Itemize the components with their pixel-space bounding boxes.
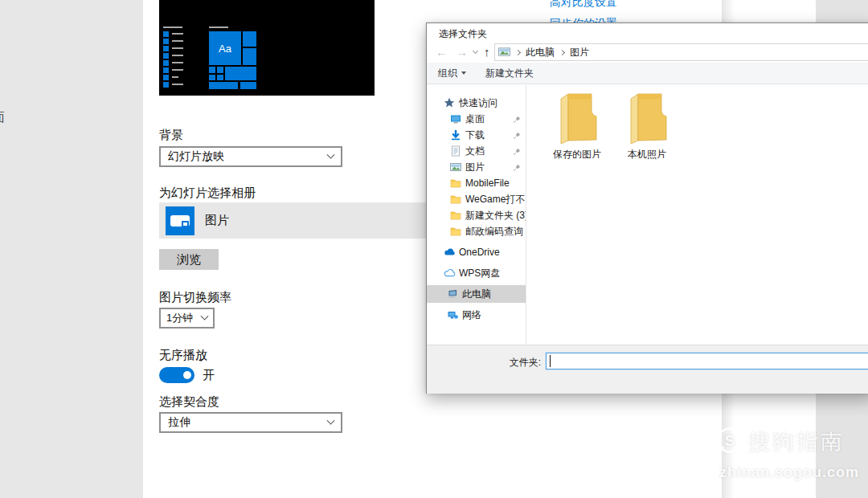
up-icon[interactable]: ↑	[484, 46, 490, 58]
album-section-label: 为幻灯片选择相册	[159, 186, 256, 201]
tree-item-postal-code[interactable]: 邮政编码查询，邮编	[427, 223, 526, 239]
text-caret	[550, 355, 551, 367]
background-dropdown-value: 幻灯片放映	[168, 149, 224, 164]
tree-item-mobilefile[interactable]: MobileFile	[427, 175, 526, 191]
tree-item-pictures[interactable]: 图片	[427, 159, 526, 175]
forward-icon[interactable]: →	[456, 46, 468, 58]
screen: 面 高对比度设置 同步你的设置 Aa 背景 幻灯片放映	[0, 0, 868, 498]
breadcrumb-this-pc[interactable]: 此电脑	[526, 46, 555, 59]
pane-separator	[526, 85, 526, 345]
caret-down-icon	[461, 71, 466, 75]
start-tile-aa: Aa	[209, 31, 241, 65]
wps-cloud-icon	[444, 267, 456, 280]
breadcrumb-chevron-icon	[515, 49, 521, 55]
folder-icon	[625, 135, 669, 146]
new-folder-label: 新建文件夹	[485, 67, 534, 80]
shuffle-toggle[interactable]	[159, 367, 194, 383]
dialog-footer: 文件夹:	[427, 345, 868, 394]
download-icon	[450, 129, 462, 141]
folder-tile-saved-pictures[interactable]: 保存的图片	[547, 91, 608, 161]
folder-tile-camera-roll[interactable]: 本机照片	[616, 91, 678, 161]
fit-label: 选择契合度	[159, 394, 219, 410]
breadcrumb-chevron-icon	[559, 49, 565, 55]
desktop-icon	[450, 113, 462, 125]
breadcrumb-pictures[interactable]: 图片	[570, 46, 589, 59]
picture-icon	[450, 161, 462, 173]
folder-icon	[555, 135, 599, 146]
address-bar[interactable]: 此电脑 图片	[494, 43, 868, 61]
shuffle-label: 无序播放	[159, 348, 207, 363]
frequency-dropdown[interactable]: 1分钟	[159, 308, 215, 329]
chevron-down-icon	[201, 312, 209, 320]
pin-icon	[513, 147, 521, 155]
fit-dropdown[interactable]: 拉伸	[159, 412, 342, 433]
pictures-album-icon	[166, 206, 194, 235]
quick-access-star-icon	[444, 97, 456, 109]
select-folder-dialog: 选择文件夹 ← → ↑ 此电脑 图片 组织	[426, 22, 868, 394]
shuffle-state-label: 开	[203, 368, 215, 383]
desktop-preview: Aa	[159, 0, 375, 96]
folder-field-label: 文件夹:	[472, 356, 541, 369]
frequency-dropdown-value: 1分钟	[166, 311, 193, 325]
background-dropdown[interactable]: 幻灯片放映	[159, 146, 342, 167]
tree-item-desktop[interactable]: 桌面	[427, 111, 526, 127]
onedrive-cloud-icon	[444, 247, 456, 259]
tree-item-network[interactable]: 网络	[427, 307, 526, 323]
tree-item-this-pc[interactable]: 此电脑	[427, 285, 526, 303]
document-icon	[450, 145, 462, 157]
tree-item-downloads[interactable]: 下载	[427, 127, 526, 143]
fit-dropdown-value: 拉伸	[168, 415, 190, 430]
chevron-down-icon	[327, 150, 335, 158]
frequency-label: 图片切换频率	[159, 290, 231, 305]
folder-icon	[450, 178, 462, 190]
tree-item-onedrive[interactable]: OneDrive	[427, 244, 526, 260]
clipped-sidebar-text: 面	[0, 110, 5, 125]
toggle-knob	[183, 371, 191, 379]
recent-locations-chevron-icon[interactable]	[473, 48, 478, 54]
new-folder-button[interactable]: 新建文件夹	[485, 67, 534, 80]
pictures-location-icon	[498, 47, 510, 59]
folder-name: 本机照片	[616, 148, 678, 161]
related-link-high-contrast[interactable]: 高对比度设置	[550, 0, 617, 10]
dialog-title: 选择文件夹	[439, 27, 487, 41]
album-item-label: 图片	[205, 213, 229, 228]
tree-item-quick-access[interactable]: 快速访问	[427, 95, 526, 111]
folder-name: 保存的图片	[547, 148, 608, 161]
chevron-down-icon	[327, 416, 335, 424]
dialog-toolbar: 组织 新建文件夹	[427, 63, 868, 84]
background-label: 背景	[159, 128, 183, 143]
tree-item-wegame[interactable]: WeGame打不开怎么	[427, 191, 526, 207]
pin-icon	[513, 131, 521, 139]
folder-name-input[interactable]	[546, 353, 868, 369]
this-pc-icon	[447, 288, 459, 300]
tree-item-wps-cloud[interactable]: WPS网盘	[427, 265, 526, 281]
pin-icon	[513, 115, 521, 123]
folder-icon	[450, 194, 462, 206]
album-item-pictures[interactable]: 图片	[159, 202, 434, 239]
organize-button[interactable]: 组织	[438, 67, 466, 80]
tree-item-new-folder-3[interactable]: 新建文件夹 (3)	[427, 207, 526, 223]
browse-button[interactable]: 浏览	[159, 249, 219, 270]
network-icon	[447, 309, 459, 321]
tree-item-documents[interactable]: 文档	[427, 143, 526, 159]
organize-label: 组织	[438, 67, 457, 80]
folder-icon	[450, 210, 462, 222]
back-icon[interactable]: ←	[436, 46, 448, 58]
folder-icon	[450, 226, 462, 238]
pin-icon	[513, 163, 521, 171]
